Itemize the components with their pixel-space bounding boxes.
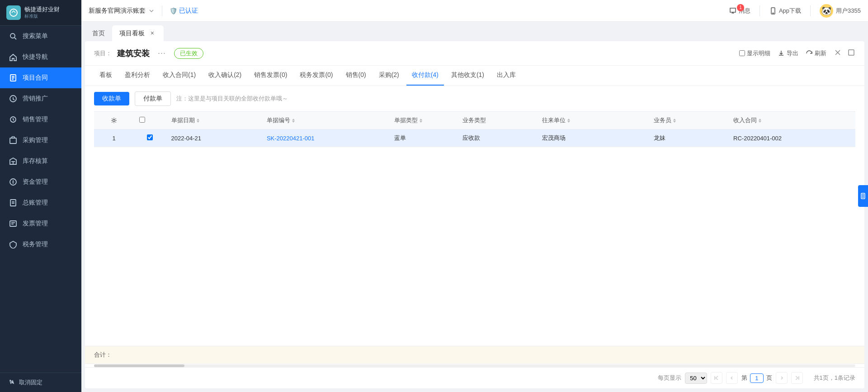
sidebar-item-inventory[interactable]: 库存核算 [0, 151, 81, 172]
sidebar-item-tax[interactable]: 税务管理 [0, 234, 81, 255]
col-settings[interactable] [94, 112, 134, 129]
sidebar-item-label: 搜索菜单 [23, 32, 48, 40]
cell-no-link[interactable]: SK-20220421-001 [267, 135, 315, 142]
sidebar-item-finance[interactable]: 资金管理 [0, 172, 81, 192]
side-panel-toggle[interactable] [858, 185, 868, 207]
tab-home[interactable]: 首页 [85, 26, 112, 41]
tab-close-btn[interactable]: × [148, 29, 156, 37]
table-container: 单据日期 单据编号 [85, 111, 864, 346]
sidebar-item-sales[interactable]: 销售管理 [0, 109, 81, 130]
sort-salesman-icon[interactable] [673, 119, 676, 123]
shou-kuan-dan-btn[interactable]: 收款单 [94, 92, 129, 105]
sub-tab-income-confirm[interactable]: 收入确认(2) [203, 66, 247, 86]
show-detail-action[interactable]: 显示明细 [739, 49, 770, 57]
sidebar-item-purchase[interactable]: 采购管理 [0, 130, 81, 151]
sidebar-item-search[interactable]: 搜索菜单 [0, 26, 81, 47]
tab-bar: 首页 项目看板 × [85, 25, 864, 41]
more-options-btn[interactable]: ··· [155, 47, 169, 60]
col-date-header: 单据日期 [166, 112, 261, 129]
sort-contract-icon[interactable] [759, 119, 761, 123]
current-page: 1 [750, 373, 763, 383]
sub-tab-profit[interactable]: 盈利分析 [119, 66, 156, 86]
svg-rect-8 [10, 138, 16, 143]
first-page-btn[interactable] [711, 372, 722, 384]
account-name: 新服务官网演示账套 [89, 7, 146, 15]
sort-partner-icon[interactable] [567, 119, 570, 123]
finance-icon [8, 177, 18, 187]
page-title-area: 项目： 建筑安装 ··· 已生效 [94, 47, 203, 60]
select-all-checkbox[interactable] [139, 117, 145, 123]
per-page-select[interactable]: 50 [685, 373, 707, 384]
refresh-icon [806, 50, 813, 57]
prev-page-btn[interactable] [726, 372, 738, 384]
pagination: 每页显示 50 第 1 页 [85, 367, 864, 388]
col-check-header [134, 112, 165, 129]
table-row[interactable]: 1 2022-04-21 SK-20220421-001 蓝单 应收款 宏茂商场… [94, 129, 855, 147]
certified-label: 已认证 [179, 7, 198, 15]
maximize-btn[interactable] [847, 48, 855, 58]
pagination-total: 共1页，1条记录 [814, 374, 855, 382]
certified-badge: 🛡️ 已认证 [170, 7, 198, 15]
sidebar-item-ledger[interactable]: 总账管理 [0, 192, 81, 213]
sidebar-item-marketing[interactable]: 营销推广 [0, 88, 81, 109]
scrollbar-thumb[interactable] [94, 364, 184, 367]
topbar-divider2 [760, 5, 760, 16]
sidebar-item-label: 总账管理 [23, 199, 48, 207]
sub-tab-other[interactable]: 其他收支(1) [446, 66, 490, 86]
pagination-current: 第 1 页 [741, 373, 772, 383]
user-menu[interactable]: 🐼 用户3355 [820, 4, 861, 18]
close-btn[interactable] [834, 48, 842, 58]
maximize-icon [847, 48, 855, 57]
contract-icon [8, 73, 18, 83]
sub-tab-kanban[interactable]: 看板 [94, 66, 118, 86]
svg-point-1 [10, 33, 15, 38]
show-detail-checkbox[interactable] [739, 50, 745, 56]
sort-date-icon[interactable] [197, 119, 199, 123]
ledger-icon [8, 198, 18, 208]
first-page-icon [714, 375, 719, 381]
last-page-btn[interactable] [791, 372, 803, 384]
sidebar-item-quicknav[interactable]: 快捷导航 [0, 47, 81, 67]
sub-tab-income-contract[interactable]: 收入合同(1) [157, 66, 201, 86]
fu-kuan-dan-btn[interactable]: 付款单 [135, 91, 171, 106]
username: 用户3355 [836, 7, 861, 15]
sidebar-item-invoice[interactable]: 发票管理 [0, 213, 81, 234]
cell-salesman: 龙妹 [648, 129, 728, 147]
sort-type-icon[interactable] [420, 119, 422, 123]
svg-rect-15 [10, 221, 16, 226]
per-page-label: 每页显示 [658, 374, 681, 382]
page-suffix: 页 [766, 374, 772, 382]
col-type-header: 单据类型 [389, 112, 457, 129]
sort-no-icon[interactable] [292, 119, 295, 123]
col-salesman-header: 业务员 [648, 112, 728, 129]
sub-tab-sales[interactable]: 销售(0) [340, 66, 372, 86]
cell-index: 1 [94, 129, 134, 147]
sidebar-item-label: 税务管理 [23, 240, 48, 249]
tab-project-board[interactable]: 项目看板 × [112, 25, 164, 41]
message-btn[interactable]: 消息 1 [729, 7, 750, 15]
export-btn[interactable]: 导出 [778, 49, 798, 57]
sidebar-item-label: 销售管理 [23, 115, 48, 124]
cell-check[interactable] [134, 129, 165, 147]
home-icon [8, 52, 18, 62]
sidebar-item-project-contract[interactable]: 项目合同 [0, 67, 81, 88]
topbar-left: 新服务官网演示账套 🛡️ 已认证 [89, 5, 729, 16]
app-download-btn[interactable]: App下载 [769, 7, 801, 15]
sidebar-item-label: 快捷导航 [23, 53, 48, 61]
phone-icon [769, 7, 777, 15]
next-page-btn[interactable] [776, 372, 788, 384]
svg-point-0 [10, 9, 17, 16]
sub-tab-tax-invoice[interactable]: 税务发票(0) [294, 66, 338, 86]
svg-line-2 [14, 38, 16, 39]
cell-partner: 宏茂商场 [537, 129, 648, 147]
refresh-btn[interactable]: 刷新 [806, 49, 826, 57]
sidebar-item-label: 库存核算 [23, 157, 48, 165]
sub-tab-payment[interactable]: 收付款(4) [406, 66, 444, 86]
account-selector[interactable]: 新服务官网演示账套 [89, 7, 155, 15]
sub-tab-purchase[interactable]: 采购(2) [373, 66, 405, 86]
sub-tab-sales-invoice[interactable]: 销售发票(0) [249, 66, 292, 86]
topbar-divider3 [810, 5, 811, 16]
col-partner-header: 往来单位 [537, 112, 648, 129]
sidebar-unpin[interactable]: 取消固定 [0, 373, 81, 392]
sub-tab-inout[interactable]: 出入库 [491, 66, 521, 86]
